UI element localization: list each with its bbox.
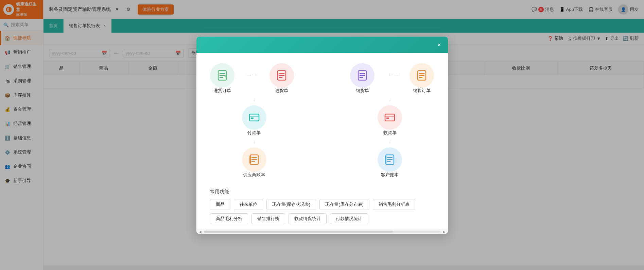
popup-body: 进货订单 - - → 进货单 销货单 [196,53,448,230]
popup-header: × [196,37,448,53]
func-btn-product-profit[interactable]: 商品毛利分析 [210,213,248,224]
scrollbar-right-button[interactable]: ▶ [442,229,447,234]
flow-payment[interactable]: 付款单 [242,105,266,136]
arrow-purchase-to-purchase-bill: - - → [234,70,269,87]
flow-purchase-bill[interactable]: 进货单 [269,63,294,94]
func-btn-collection-stats[interactable]: 收款情况统计 [289,213,327,224]
func-btn-payment-stats[interactable]: 付款情况统计 [330,213,368,224]
arrow-purchase-bill-down: ↓ [242,96,266,103]
flow-supplier-ledger-label: 供应商账本 [243,172,265,178]
flow-purchase-order[interactable]: 进货订单 [210,63,234,94]
common-functions-section: 常用功能 商品 往来单位 现存量(库存状况表) 现存量(库存分布表) 销售毛利分… [210,189,434,224]
flow-sales-order[interactable]: 销售订单 [410,63,434,94]
flow-receipt[interactable]: 收款单 [378,105,402,136]
arrow-payment-down: ↓ [242,139,266,145]
svg-rect-18 [249,114,259,121]
common-functions-buttons: 商品 往来单位 现存量(库存状况表) 现存量(库存分布表) 销售毛利分析表 商品… [210,199,434,224]
common-functions-title: 常用功能 [210,189,434,195]
func-btn-product[interactable]: 商品 [210,199,230,210]
flow-sales-bill[interactable]: 销货单 [350,63,375,94]
flow-customer-ledger[interactable]: 客户账本 [378,147,402,178]
scrollbar-track[interactable] [204,231,440,233]
popup-close-button[interactable]: × [437,42,441,48]
flow-sales-order-label: 销售订单 [413,88,431,94]
svg-rect-23 [386,118,389,119]
arrow-receipt-down: ↓ [378,139,402,145]
popup-dialog: × 进货订单 - - → 进货单 [196,37,448,234]
svg-rect-33 [385,156,386,164]
flow-sales-bill-label: 销货单 [356,88,369,94]
svg-rect-28 [249,156,251,164]
func-btn-stock-status[interactable]: 现存量(库存状况表) [266,199,316,210]
scrollbar-left-button[interactable]: ◀ [198,229,203,234]
func-btn-stock-dist[interactable]: 现存量(库存分布表) [319,199,369,210]
arrow-sales-bill-down: ↓ [378,96,402,103]
flow-purchase-order-label: 进货订单 [213,88,231,94]
flow-purchase-bill-label: 进货单 [275,88,288,94]
func-btn-partner[interactable]: 往来单位 [234,199,263,210]
func-btn-sales-ranking[interactable]: 销售排行榜 [251,213,285,224]
svg-rect-20 [251,118,254,119]
arrow-sales-order-to-sales-bill: ← - - [375,70,410,87]
flow-customer-ledger-label: 客户账本 [381,172,399,178]
func-btn-sales-profit[interactable]: 销售毛利分析表 [373,199,415,210]
flow-receipt-label: 收款单 [383,130,397,136]
scrollbar-thumb[interactable] [204,231,393,233]
popup-scrollbar: ◀ ▶ [196,230,448,234]
flow-payment-label: 付款单 [247,130,261,136]
svg-rect-21 [385,114,395,121]
flow-supplier-ledger[interactable]: 供应商账本 [242,147,266,178]
